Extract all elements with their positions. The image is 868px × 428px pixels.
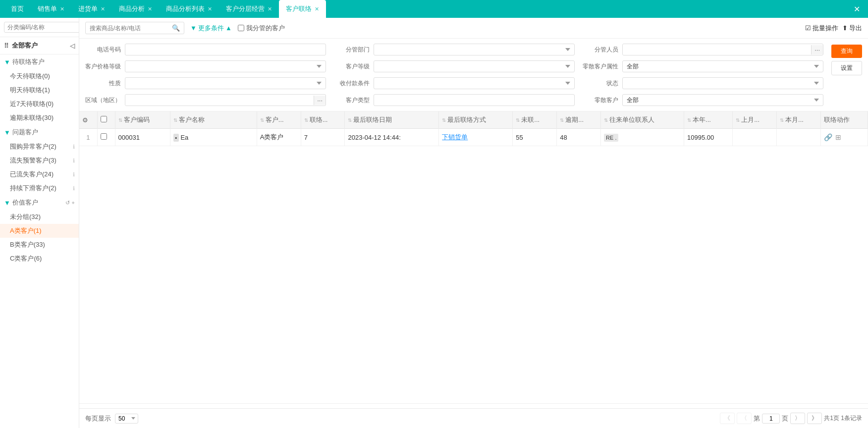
tab-close-icon[interactable]: ✕ [148, 6, 152, 12]
batch-label: 批量操作 [813, 24, 838, 33]
sidebar-item-label: B类客户(33) [10, 240, 45, 249]
row-this-month [777, 129, 821, 146]
th-this-year: ⇅本年... [684, 111, 733, 129]
adv-control-phone [125, 44, 326, 55]
tab-close-icon[interactable]: ✕ [208, 6, 212, 12]
adv-filter-actions: 查询 设置 [831, 44, 862, 106]
query-button[interactable]: 查询 [831, 45, 862, 58]
adv-select-payment[interactable] [374, 77, 575, 89]
adv-filter-nature: 性质 [85, 77, 326, 89]
info-icon[interactable]: ℹ [73, 158, 75, 164]
sidebar-list-item[interactable]: 持续下滑客户(2)ℹ [0, 181, 79, 195]
adv-control-price-level [125, 60, 326, 72]
th-last-month: ⇅上月... [733, 111, 777, 129]
filter-search-input[interactable] [90, 25, 170, 32]
nav-tab[interactable]: 商品分析列表✕ [159, 0, 219, 18]
horizontal-scrollbar[interactable] [79, 403, 868, 408]
adv-control-dept [374, 44, 575, 55]
adv-select-nature[interactable] [125, 77, 326, 89]
adv-input-person[interactable] [623, 44, 811, 55]
tab-close-icon[interactable]: ✕ [268, 6, 272, 12]
adv-ellipsis-person[interactable]: ··· [811, 45, 823, 54]
adv-select-status[interactable] [622, 77, 823, 89]
group-arrow-icon: ▼ [4, 199, 10, 207]
sidebar-list-item[interactable]: A类客户(1) [0, 224, 79, 238]
nav-tab[interactable]: 销售单✕ [31, 0, 71, 18]
adv-input-phone[interactable] [125, 44, 326, 55]
sidebar-list-item[interactable]: 逾期未联络(30) [0, 111, 79, 125]
sidebar-group-title[interactable]: ▼价值客户↺+ [0, 195, 79, 210]
nav-home[interactable]: 首页 [4, 0, 31, 18]
sidebar-group-title[interactable]: ▼问题客户 [0, 125, 79, 140]
sidebar-list-item[interactable]: C类客户(6) [0, 252, 79, 266]
adv-filter-dept: 分管部门 [334, 44, 575, 55]
sidebar-list-item[interactable]: 已流失客户(24)ℹ [0, 167, 79, 181]
export-btn[interactable]: ⬆ 导出 [842, 24, 862, 33]
sidebar-item-label: 逾期未联络(30) [10, 113, 54, 122]
action-grid-icon[interactable]: ⊞ [835, 133, 841, 141]
adv-control-cust-level [374, 60, 575, 72]
sidebar-list-item[interactable]: 明天待联络(1) [0, 83, 79, 97]
last-method-link[interactable]: 下销货单 [442, 133, 468, 141]
adv-ellipsis-region[interactable]: ··· [314, 96, 326, 105]
window-close-button[interactable]: ✕ [850, 4, 864, 14]
adv-input-cust-type[interactable] [374, 94, 575, 106]
info-icon[interactable]: ℹ [73, 185, 75, 192]
adv-select-dept[interactable] [374, 44, 575, 55]
next-page-btn[interactable]: 〉 [790, 413, 805, 424]
adv-select-retail-attr[interactable]: 全部 [622, 60, 823, 72]
nav-tab[interactable]: 客户分层经营✕ [219, 0, 279, 18]
adv-control-retail: 全部 [622, 94, 823, 106]
prev-page-btn[interactable]: 〈 [737, 413, 752, 424]
sidebar-search-input[interactable] [4, 22, 79, 33]
sidebar-list-item[interactable]: 近7天待联络(0) [0, 97, 79, 111]
sidebar-root-label: 全部客户 [12, 41, 38, 50]
page-size-select[interactable]: 50 100 200 [115, 414, 138, 424]
row-actions: 🔗 ⊞ [820, 129, 868, 146]
refresh-icon[interactable]: ↺ [65, 200, 70, 206]
action-link-icon[interactable]: 🔗 [824, 133, 832, 141]
sidebar-list-item[interactable]: B类客户(33) [0, 238, 79, 252]
sidebar-list-item[interactable]: 囤购异常客户(2)ℹ [0, 140, 79, 154]
tab-close-icon[interactable]: ✕ [315, 6, 319, 12]
adv-control-payment [374, 77, 575, 89]
adv-filter-grid: 电话号码 分管部门 分管人员 ··· [79, 39, 868, 111]
row-checkbox[interactable] [101, 133, 107, 140]
sidebar-list-item[interactable]: 流失预警客户(3)ℹ [0, 154, 79, 167]
sidebar-list-item[interactable]: 今天待联络(0) [0, 69, 79, 83]
row-this-year: 10995.00 [684, 129, 733, 146]
nav-tab[interactable]: 商品分析✕ [112, 0, 159, 18]
select-all-checkbox[interactable] [101, 116, 107, 122]
batch-btn[interactable]: ☑ 批量操作 [805, 24, 838, 33]
th-last-method: ⇅最后联络方式 [439, 111, 513, 129]
page-input[interactable] [762, 414, 780, 424]
last-page-btn[interactable]: 》 [807, 413, 822, 424]
sidebar-collapse-icon[interactable]: ◁ [70, 42, 75, 50]
pagination: 《 〈 第 页 〉 》 共1页 1条记录 [720, 413, 862, 424]
info-icon[interactable]: ℹ [73, 144, 75, 150]
sidebar-group-title[interactable]: ▼待联络客户 [0, 54, 79, 69]
gear-icon[interactable]: ⚙ [82, 116, 88, 124]
adv-select-price-level[interactable] [125, 60, 326, 72]
adv-select-retail[interactable]: 全部 [622, 94, 823, 106]
tab-close-icon[interactable]: ✕ [101, 6, 105, 12]
filter-search-icon[interactable]: 🔍 [172, 24, 180, 32]
info-icon[interactable]: ℹ [73, 171, 75, 178]
nav-tab[interactable]: 客户联络✕ [279, 0, 326, 18]
sort-icon: ⇅ [604, 117, 608, 123]
settings-button[interactable]: 设置 [831, 61, 862, 75]
th-no-contact: ⇅未联... [513, 111, 557, 129]
tab-close-icon[interactable]: ✕ [60, 6, 64, 12]
nav-tab[interactable]: 进货单✕ [71, 0, 112, 18]
adv-input-region[interactable] [125, 95, 314, 106]
filter-more-btn[interactable]: ▼ 更多条件 ▲ [190, 24, 232, 33]
first-page-btn[interactable]: 《 [720, 413, 735, 424]
filter-my-customer[interactable]: 我分管的客户 [238, 24, 285, 33]
filter-my-checkbox[interactable] [238, 25, 244, 31]
th-overdue: ⇅逾期... [557, 111, 601, 129]
adv-label-dept: 分管部门 [334, 46, 374, 54]
adv-select-cust-level[interactable] [374, 60, 575, 72]
sort-icon: ⇅ [173, 117, 177, 123]
sidebar-list-item[interactable]: 未分组(32) [0, 210, 79, 224]
add-icon[interactable]: + [72, 200, 75, 206]
